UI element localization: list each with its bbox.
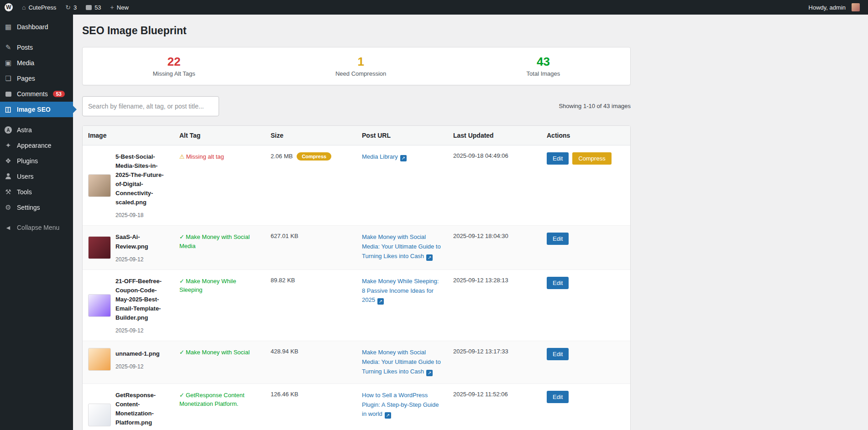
external-link-icon: ↗ xyxy=(385,412,391,419)
avatar xyxy=(852,3,860,11)
image-size: 627.01 KB xyxy=(271,233,298,239)
sidebar-item-posts[interactable]: ✎Posts xyxy=(0,40,73,55)
last-updated-cell: 2025-09-12 13:28:13 xyxy=(448,270,541,290)
edit-button[interactable]: Edit xyxy=(547,277,569,289)
file-meta: 21-OFF-Beefree-Coupon-Code-May-2025-Best… xyxy=(115,277,168,334)
check-icon: ✓ xyxy=(179,233,184,240)
alt-tag-text: GetResponse Content Monetization Platfor… xyxy=(179,392,245,408)
sidebar-item-label: Image SEO xyxy=(17,106,51,113)
sidebar-item-label: Comments xyxy=(17,90,48,98)
settings-icon: ⚙ xyxy=(4,203,13,212)
sidebar-item-astra[interactable]: AAstra xyxy=(0,122,73,138)
alt-tag-cell: ⚠✓Make Money with Social xyxy=(174,341,265,364)
row-actions: Edit xyxy=(541,341,630,367)
sidebar-item-users[interactable]: Users xyxy=(0,169,73,184)
post-url-cell: Media Library↗ xyxy=(356,145,448,169)
sidebar-item-image-seo[interactable]: ◫Image SEO xyxy=(0,102,73,117)
post-url-text: How to Sell a WordPress Plugin: A Step-b… xyxy=(362,392,439,418)
search-row: Showing 1-10 of 43 images xyxy=(82,96,631,116)
comments-count-badge: 53 xyxy=(53,91,65,97)
post-url-link[interactable]: Make Money with Social Media: Your Ultim… xyxy=(362,349,441,375)
edit-button[interactable]: Edit xyxy=(547,391,569,403)
astra-icon: A xyxy=(4,126,13,134)
wordpress-logo[interactable]: W xyxy=(0,0,17,15)
image-thumbnail[interactable] xyxy=(88,404,111,426)
sidebar-item-comments[interactable]: Comments53 xyxy=(0,86,73,102)
image-filename: unnamed-1.png xyxy=(115,349,160,358)
post-url-link[interactable]: Make Money with Social Media: Your Ultim… xyxy=(362,233,441,259)
table-row: 5-Best-Social-Media-Sites-in-2025-The-Fu… xyxy=(83,145,630,226)
search-input[interactable] xyxy=(82,96,219,116)
sidebar-item-dashboard[interactable]: ▦Dashboard xyxy=(0,19,73,35)
sidebar-menu: ▦Dashboard✎Posts▣Media❏PagesComments53◫I… xyxy=(0,19,73,215)
image-thumbnail[interactable] xyxy=(88,236,111,259)
alt-tag-cell: ⚠✓GetResponse Content Monetization Platf… xyxy=(174,384,265,415)
compress-button[interactable]: Compress xyxy=(572,152,611,165)
post-url-link[interactable]: How to Sell a WordPress Plugin: A Step-b… xyxy=(362,392,439,418)
appearance-icon: ✦ xyxy=(4,141,13,150)
comments-indicator[interactable]: 53 xyxy=(81,0,105,15)
post-url-cell: Make Money with Social Media: Your Ultim… xyxy=(356,341,448,383)
main-content: SEO Image Blueprint 22 Missing Alt Tags … xyxy=(73,15,868,430)
media-icon: ▣ xyxy=(4,59,13,67)
showing-count: Showing 1-10 of 43 images xyxy=(559,103,631,109)
alt-tag-text: Make Money with Social xyxy=(186,349,250,356)
post-url-cell: How to Sell a WordPress Plugin: A Step-b… xyxy=(356,384,448,426)
column-header-image: Image xyxy=(83,126,174,145)
image-thumbnail[interactable] xyxy=(88,174,111,197)
check-icon: ✓ xyxy=(179,392,184,399)
post-url-link[interactable]: Make Money While Sleeping: 8 Passive Inc… xyxy=(362,278,439,304)
sidebar-item-plugins[interactable]: ❖Plugins xyxy=(0,153,73,169)
collapse-arrow-icon: ◀ xyxy=(4,225,13,231)
edit-button[interactable]: Edit xyxy=(547,152,569,165)
howdy-text: Howdy, admin xyxy=(809,4,846,11)
post-url-cell: Make Money While Sleeping: 8 Passive Inc… xyxy=(356,270,448,312)
sidebar-item-settings[interactable]: ⚙Settings xyxy=(0,200,73,215)
comment-icon xyxy=(86,5,92,10)
sidebar-item-label: Appearance xyxy=(17,142,52,149)
image-thumbnail[interactable] xyxy=(88,294,111,317)
column-header-alt-tag: Alt Tag xyxy=(174,126,265,145)
table-row: unnamed-1.png 2025-09-12 ⚠✓Make Money wi… xyxy=(83,341,630,383)
sidebar-item-pages[interactable]: ❏Pages xyxy=(0,71,73,86)
column-header-actions: Actions xyxy=(541,126,630,145)
image-cell: 5-Best-Social-Media-Sites-in-2025-The-Fu… xyxy=(83,145,174,226)
image-cell: 21-OFF-Beefree-Coupon-Code-May-2025-Best… xyxy=(83,270,174,341)
file-meta: GetResponse-Content-Monetization-Platfor… xyxy=(115,391,168,430)
external-link-icon: ↗ xyxy=(426,370,433,376)
plugins-icon: ❖ xyxy=(4,157,13,165)
sidebar-item-tools[interactable]: ⚒Tools xyxy=(0,184,73,200)
plus-icon: + xyxy=(110,4,114,11)
alt-tag-text: Make Money with Social Media xyxy=(179,233,250,249)
table-header: Image Alt Tag Size Post URL Last Updated… xyxy=(83,126,630,145)
image-date: 2025-09-18 xyxy=(115,212,168,218)
post-url-link[interactable]: Media Library↗ xyxy=(362,153,407,160)
sidebar-item-media[interactable]: ▣Media xyxy=(0,55,73,71)
site-name: CutePress xyxy=(28,4,56,11)
sidebar-item-label: Media xyxy=(17,59,34,67)
tools-icon: ⚒ xyxy=(4,188,13,196)
howdy-menu[interactable]: Howdy, admin xyxy=(804,0,864,15)
last-updated-cell: 2025-09-18 04:49:06 xyxy=(448,145,541,166)
size-cell: 126.46 KB xyxy=(265,384,356,404)
edit-button[interactable]: Edit xyxy=(547,348,569,360)
updates-indicator[interactable]: ↻ 3 xyxy=(61,0,81,15)
image-thumbnail[interactable] xyxy=(88,348,111,371)
size-cell: 89.82 KB xyxy=(265,270,356,290)
table-row: SaaS-Ai-Review.png 2025-09-12 ⚠✓Make Mon… xyxy=(83,226,630,269)
menu-separator xyxy=(0,117,73,122)
sidebar-item-label: Plugins xyxy=(17,157,38,165)
image-cell: GetResponse-Content-Monetization-Platfor… xyxy=(83,384,174,430)
edit-button[interactable]: Edit xyxy=(547,233,569,245)
stat-missing-alt-value: 22 xyxy=(153,55,195,68)
new-content-button[interactable]: + New xyxy=(106,0,133,15)
row-actions: EditCompress xyxy=(541,145,630,171)
sidebar-item-appearance[interactable]: ✦Appearance xyxy=(0,138,73,153)
sidebar-item-label: Posts xyxy=(17,44,33,51)
collapse-menu-button[interactable]: ◀ Collapse Menu xyxy=(0,220,73,235)
site-name-link[interactable]: ⌂ CutePress xyxy=(17,0,61,15)
sidebar-item-label: Users xyxy=(17,173,34,180)
comments-icon xyxy=(4,92,13,97)
stat-missing-alt-tags: 22 Missing Alt Tags xyxy=(153,55,195,77)
alt-tag-cell: ⚠✓Make Money with Social Media xyxy=(174,226,265,257)
